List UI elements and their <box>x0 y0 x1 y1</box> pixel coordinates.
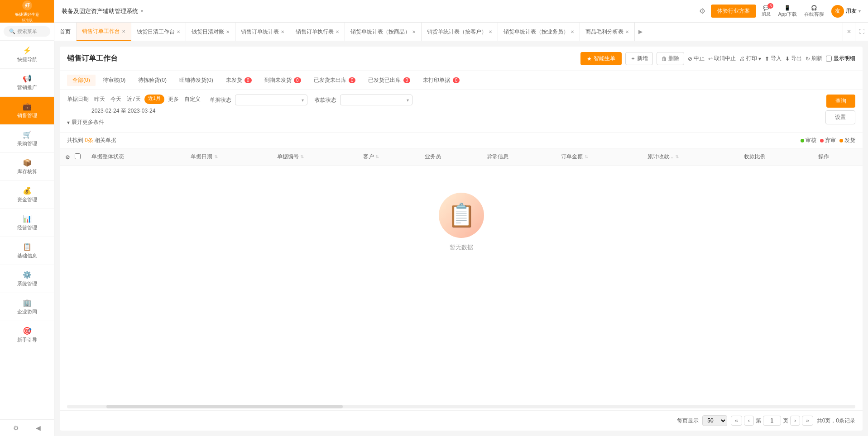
user-menu[interactable]: 友 用友 ▾ <box>831 5 861 18</box>
sidebar-item-enterprise[interactable]: 🏢 企业协同 <box>0 293 54 321</box>
tab-close-all-icon[interactable]: ✕ <box>843 23 855 41</box>
panel-header: 销售订单工作台 ★ 智能生单 ＋ 新增 🗑 删除 ⊘ <box>60 47 863 71</box>
sidebar-search[interactable]: 🔍 搜索菜单 <box>0 23 54 41</box>
smart-generate-button[interactable]: ★ 智能生单 <box>580 52 622 65</box>
next-page-button[interactable]: › <box>790 416 800 426</box>
tab-close-icon[interactable]: ✕ <box>625 29 629 34</box>
header-collected[interactable]: 累计收款... ⇅ <box>642 148 739 166</box>
star-icon: ★ <box>587 56 592 62</box>
svg-text:好: 好 <box>24 2 30 8</box>
import-button[interactable]: ⬆ 导入 <box>765 55 782 62</box>
sub-tab-not-shipped[interactable]: 未发货 0 <box>221 75 257 86</box>
print-button[interactable]: 🖨 打印 ▾ <box>739 55 761 62</box>
show-detail-checkbox[interactable] <box>826 56 832 62</box>
sidebar-item-finance[interactable]: 💰 资金管理 <box>0 181 54 209</box>
tab-cash-daily[interactable]: 钱货日清工作台 ✕ <box>131 23 186 41</box>
plus-icon: ＋ <box>630 55 636 62</box>
first-page-button[interactable]: « <box>731 416 742 426</box>
delete-button[interactable]: 🗑 删除 <box>657 52 684 65</box>
app-download-button[interactable]: 📱 App下载 <box>778 5 797 18</box>
tab-close-icon[interactable]: ✕ <box>412 29 416 34</box>
tab-sales-exec[interactable]: 销售订单执行表 ✕ <box>290 23 345 41</box>
sidebar-item-label: 快捷导航 <box>17 56 37 63</box>
sub-tab-pending-inspect[interactable]: 待拣验货(0) <box>133 75 172 86</box>
date-opt-1month[interactable]: 近1月 <box>144 95 164 104</box>
export-button[interactable]: ⬇ 导出 <box>785 55 802 62</box>
date-opt-yesterday[interactable]: 昨天 <box>92 95 107 104</box>
marketing-icon: 📢 <box>23 74 32 83</box>
tab-close-icon[interactable]: ✕ <box>571 29 574 34</box>
tab-sales-stat[interactable]: 销售订单统计表 ✕ <box>235 23 290 41</box>
message-button[interactable]: 💬 消息 6 <box>762 5 771 17</box>
stop-button[interactable]: ⊘ 中止 <box>688 55 705 62</box>
sidebar-item-guide[interactable]: 🎯 新手引导 <box>0 321 54 349</box>
sidebar-item-basic[interactable]: 📋 基础信息 <box>0 237 54 265</box>
solution-button[interactable]: 体验行业方案 <box>711 5 756 18</box>
online-service-button[interactable]: 🎧 在线客服 <box>804 5 824 18</box>
date-opt-custom[interactable]: 自定义 <box>182 95 202 104</box>
cancel-stop-button[interactable]: ↩ 取消中止 <box>708 55 736 62</box>
tab-product-margin[interactable]: 商品毛利分析表 ✕ <box>580 23 635 41</box>
header-number[interactable]: 单据编号 ⇅ <box>272 148 358 166</box>
query-button[interactable]: 查询 <box>826 95 855 108</box>
per-page-select[interactable]: 50 10 20 100 <box>702 415 727 426</box>
expand-more-button[interactable]: ▾ 展开更多条件 <box>67 117 818 128</box>
ship-action[interactable]: 发货 <box>839 137 855 144</box>
settings-button[interactable]: 设置 <box>825 110 855 124</box>
date-opt-more[interactable]: 更多 <box>166 95 181 104</box>
sort-icon: ⇅ <box>675 154 679 159</box>
sub-tab-shipped-out[interactable]: 已发货已出库 0 <box>363 75 416 86</box>
date-opt-7days[interactable]: 近7天 <box>125 95 143 104</box>
scrollbar-track[interactable] <box>67 405 855 408</box>
sidebar-item-purchase[interactable]: 🛒 采购管理 <box>0 125 54 153</box>
review-action[interactable]: 审核 <box>801 137 816 144</box>
tabs-more-button[interactable]: ▶ <box>635 28 646 35</box>
tab-sales-summary-customer[interactable]: 销货单统计表（按客户） ✕ <box>422 23 498 41</box>
sidebar-item-system[interactable]: ⚙️ 系统管理 <box>0 265 54 293</box>
tab-home[interactable]: 首页 <box>54 23 77 41</box>
tab-close-icon[interactable]: ✕ <box>177 29 180 34</box>
sub-tab-overdue-ship[interactable]: 到期未发货 0 <box>259 75 307 86</box>
sidebar-item-inventory[interactable]: 📦 库存核算 <box>0 153 54 181</box>
settings-col-icon[interactable]: ⚙ <box>65 154 70 161</box>
sub-tab-wangpu-ship[interactable]: 旺铺待发货(0) <box>174 75 219 86</box>
sidebar-item-sales[interactable]: 💼 销售管理 <box>0 97 54 125</box>
prev-page-button[interactable]: ‹ <box>744 416 754 426</box>
topbar-settings-icon[interactable]: ⚙ <box>699 7 705 15</box>
sub-tab-shipped-not-out[interactable]: 已发货未出库 0 <box>308 75 361 86</box>
tab-close-icon[interactable]: ✕ <box>336 29 339 34</box>
tab-close-icon[interactable]: ✕ <box>226 29 230 34</box>
tab-fullscreen-icon[interactable]: ⛶ <box>855 23 868 41</box>
tab-cash-reconcile[interactable]: 钱货日清对账 ✕ <box>186 23 235 41</box>
sub-tab-not-printed[interactable]: 未打印单据 0 <box>417 75 465 86</box>
tab-sales-summary-product[interactable]: 销货单统计表（按商品） ✕ <box>345 23 422 41</box>
header-amount[interactable]: 订单金额 ⇅ <box>556 148 642 166</box>
cancel-review-action[interactable]: 弃审 <box>820 137 836 144</box>
scrollbar-thumb[interactable] <box>106 405 343 408</box>
tab-close-icon[interactable]: ✕ <box>281 29 284 34</box>
date-opt-today[interactable]: 今天 <box>109 95 123 104</box>
sidebar-item-marketing[interactable]: 📢 营销推广 <box>0 69 54 97</box>
tab-close-icon[interactable]: ✕ <box>122 29 125 34</box>
result-prefix: 共找到 <box>67 137 83 143</box>
page-input[interactable] <box>763 416 781 426</box>
show-detail-toggle[interactable]: 显示明细 <box>826 55 855 62</box>
settings-icon[interactable]: ⚙ <box>13 424 19 431</box>
sub-tab-pending-review[interactable]: 待审核(0) <box>97 75 131 86</box>
sub-tabs: 全部(0) 待审核(0) 待拣验货(0) 旺铺待发货(0) 未发货 0 到期未发… <box>60 71 863 90</box>
payment-select[interactable] <box>340 95 412 105</box>
select-all-checkbox[interactable] <box>75 153 81 159</box>
collapse-icon[interactable]: ◀ <box>36 424 41 431</box>
add-button[interactable]: ＋ 新增 <box>625 52 653 65</box>
header-customer[interactable]: 客户 ⇅ <box>358 148 419 166</box>
tab-sales-workbench[interactable]: 销售订单工作台 ✕ <box>77 23 131 41</box>
last-page-button[interactable]: » <box>802 416 813 426</box>
refresh-button[interactable]: ↻ 刷新 <box>806 55 822 62</box>
sidebar-item-operation[interactable]: 📊 经营管理 <box>0 209 54 237</box>
header-date[interactable]: 单据日期 ⇅ <box>185 148 271 166</box>
tab-sales-summary-staff[interactable]: 销货单统计表（按业务员） ✕ <box>498 23 580 41</box>
status-select[interactable] <box>235 95 307 105</box>
tab-close-icon[interactable]: ✕ <box>489 29 492 34</box>
sidebar-item-quick-nav[interactable]: ⚡ 快捷导航 <box>0 41 54 69</box>
sub-tab-all[interactable]: 全部(0) <box>67 75 96 86</box>
